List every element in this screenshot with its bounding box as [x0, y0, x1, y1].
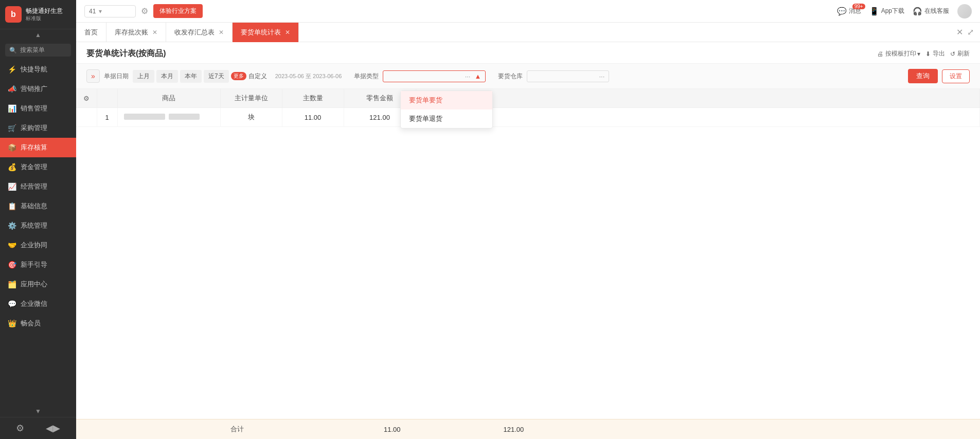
cell-row-settings — [76, 108, 97, 127]
col-settings[interactable]: ⚙ — [76, 89, 97, 108]
type-ellipsis-icon: ··· — [465, 72, 471, 80]
date-btn-7days[interactable]: 近7天 — [204, 70, 229, 83]
content-area: 要货单统计表(按商品) 🖨 按模板打印 ▾ ⬇ 导出 ↺ 刷新 — [76, 42, 980, 439]
sidebar-item-system[interactable]: ⚙️ 系统管理 — [0, 216, 76, 235]
main-area: 41 ▾ ⚙ 体验行业方案 💬 消息 99+ 📱 App下载 🎧 在线客服 — [76, 0, 980, 439]
print-btn[interactable]: 🖨 按模板打印 ▾ — [877, 49, 920, 58]
date-btn-last-month[interactable]: 上月 — [133, 70, 154, 83]
date-btn-this-month[interactable]: 本月 — [156, 70, 178, 83]
amount-link[interactable]: 121.00 — [369, 114, 390, 121]
logo: b 畅捷通好生意 标准版 — [0, 0, 76, 29]
sidebar-item-marketing[interactable]: 📣 营销推广 — [0, 79, 76, 99]
print-icon: 🖨 — [877, 50, 883, 58]
refresh-icon: ↺ — [950, 50, 955, 58]
enterprise-icon: 🤝 — [7, 241, 16, 249]
sidebar-item-member[interactable]: 👑 畅会员 — [0, 314, 76, 333]
type-value — [387, 72, 439, 80]
tab-home[interactable]: 首页 — [76, 23, 106, 42]
messages-btn[interactable]: 💬 消息 99+ — [837, 7, 861, 16]
table-settings-icon[interactable]: ⚙ — [83, 95, 90, 102]
custom-date-btn[interactable]: 自定义 — [248, 72, 267, 81]
refresh-btn[interactable]: ↺ 刷新 — [950, 49, 970, 58]
sidebar-item-appstore[interactable]: 🗂️ 应用中心 — [0, 275, 76, 294]
filter-expand-btn[interactable]: » — [86, 69, 100, 83]
date-btn-this-year[interactable]: 本年 — [180, 70, 202, 83]
type-selector[interactable]: ··· ▲ — [383, 70, 486, 82]
settings-bottom-btn[interactable]: ⚙ — [16, 423, 24, 434]
wechat-icon: 💬 — [7, 300, 16, 308]
filter-bar: » 单据日期 上月 本月 本年 近7天 更多 自定义 2023-05-06 至 … — [76, 64, 980, 89]
operations-icon: 📈 — [7, 182, 16, 191]
col-quantity: 主数量 — [282, 89, 344, 108]
sidebar-item-inventory[interactable]: 📦 库存核算 — [0, 138, 76, 157]
table-wrapper: ⚙ 商品 主计量单位 主数量 零售金额 — [76, 89, 980, 419]
export-btn[interactable]: ⬇ 导出 — [925, 49, 945, 58]
tab-summary[interactable]: 收发存汇总表 ✕ — [166, 23, 233, 42]
tab-order-close[interactable]: ✕ — [285, 29, 290, 36]
app-download-btn[interactable]: 📱 App下载 — [869, 7, 904, 16]
tabs-close-all-btn[interactable]: ✕ — [954, 27, 965, 37]
tab-batch[interactable]: 库存批次账 ✕ — [106, 23, 166, 42]
topbar-left: 41 ▾ ⚙ 体验行业方案 — [84, 4, 837, 18]
filter-date-buttons: 上月 本月 本年 近7天 更多 自定义 — [133, 70, 267, 83]
sidebar: b 畅捷通好生意 标准版 ▲ 🔍 搜索菜单 ⚡ 快捷导航 📣 营销推广 📊 销售… — [0, 0, 76, 439]
member-icon: 👑 — [7, 319, 16, 327]
quantity-link[interactable]: 11.00 — [305, 114, 322, 121]
inventory-icon: 📦 — [7, 143, 16, 152]
tab-batch-close[interactable]: ✕ — [152, 29, 157, 36]
purchase-icon: 🛒 — [7, 124, 16, 132]
dropdown-item-order-purchase[interactable]: 要货单要货 — [401, 91, 492, 109]
sales-icon: 📊 — [7, 104, 16, 113]
appstore-icon: 🗂️ — [7, 280, 16, 288]
sidebar-bottom: ⚙ ◀▶ — [0, 417, 76, 439]
table-row: 1 块 11.00 121.00 — [76, 108, 980, 127]
sidebar-item-purchase[interactable]: 🛒 采购管理 — [0, 118, 76, 138]
sidebar-search[interactable]: 🔍 搜索菜单 — [5, 44, 71, 57]
sidebar-item-guide[interactable]: 🎯 新手引导 — [0, 255, 76, 275]
tabs-bar: 首页 库存批次账 ✕ 收发存汇总表 ✕ 要货单统计表 ✕ ✕ ⤢ — [76, 23, 980, 42]
message-badge: 99+ — [852, 4, 865, 9]
type-chevron-up-icon: ▲ — [474, 72, 481, 80]
page-title: 要货单统计表(按商品) — [86, 48, 166, 59]
logo-text: 畅捷通好生意 标准版 — [26, 7, 63, 22]
tab-summary-close[interactable]: ✕ — [219, 29, 224, 36]
tab-order[interactable]: 要货单统计表 ✕ — [233, 23, 299, 42]
cell-extra — [416, 108, 980, 127]
user-avatar[interactable] — [957, 4, 972, 19]
sidebar-nav: 🔍 搜索菜单 ⚡ 快捷导航 📣 营销推广 📊 销售管理 🛒 采购管理 📦 库存核… — [0, 41, 76, 406]
more-badge[interactable]: 更多 — [231, 72, 246, 80]
cell-index: 1 — [97, 108, 117, 127]
col-product: 商品 — [117, 89, 220, 108]
sidebar-scroll-up[interactable]: ▲ — [34, 30, 42, 40]
dropdown-item-order-return[interactable]: 要货单退货 — [401, 109, 492, 128]
finance-icon: 💰 — [7, 163, 16, 171]
collapse-sidebar-btn[interactable]: ◀▶ — [46, 423, 60, 434]
sidebar-scroll-down[interactable]: ▼ — [34, 407, 42, 416]
sidebar-item-finance[interactable]: 💰 资金管理 — [0, 157, 76, 177]
product-placeholder-1 — [124, 114, 165, 120]
col-index — [97, 89, 117, 108]
tabs-right-controls: ✕ ⤢ — [954, 27, 980, 37]
tenant-selector[interactable]: 41 ▾ — [84, 5, 136, 17]
sidebar-item-operations[interactable]: 📈 经营管理 — [0, 177, 76, 196]
date-label: 单据日期 — [104, 72, 129, 81]
sidebar-item-enterprise[interactable]: 🤝 企业协同 — [0, 235, 76, 255]
warehouse-selector[interactable]: ··· — [527, 70, 609, 82]
warehouse-dots-icon: ··· — [599, 72, 605, 80]
page-header: 要货单统计表(按商品) 🖨 按模板打印 ▾ ⬇ 导出 ↺ 刷新 — [76, 42, 980, 64]
sidebar-item-quicknav[interactable]: ⚡ 快捷导航 — [0, 60, 76, 79]
filter-settings-btn[interactable]: 设置 — [942, 69, 970, 83]
total-quantity: 11.00 — [384, 426, 401, 433]
sidebar-item-sales[interactable]: 📊 销售管理 — [0, 99, 76, 118]
topbar-gear-btn[interactable]: ⚙ — [141, 6, 148, 16]
sidebar-item-wechat[interactable]: 💬 企业微信 — [0, 294, 76, 314]
topbar-right: 💬 消息 99+ 📱 App下载 🎧 在线客服 — [837, 4, 972, 19]
sidebar-item-basic[interactable]: 📋 基础信息 — [0, 196, 76, 216]
trial-btn[interactable]: 体验行业方案 — [153, 4, 203, 18]
online-service-btn[interactable]: 🎧 在线客服 — [913, 7, 949, 16]
col-extra — [416, 89, 980, 108]
cell-unit: 块 — [220, 108, 282, 127]
tabs-expand-btn[interactable]: ⤢ — [965, 27, 976, 37]
query-btn[interactable]: 查询 — [908, 69, 938, 83]
type-label: 单据类型 — [354, 72, 379, 81]
